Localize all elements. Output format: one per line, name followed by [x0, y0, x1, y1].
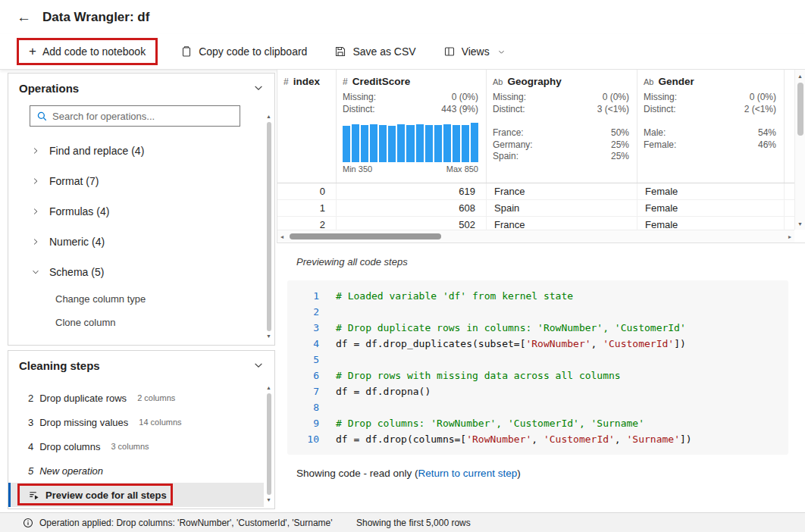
- missing-value: 0 (0%): [452, 92, 478, 104]
- histogram-bar: [443, 124, 451, 162]
- cleaning-step-drop-missing-values[interactable]: 3Drop missing values14 columns: [8, 410, 264, 434]
- operation-group-label: Format (7): [49, 175, 99, 187]
- table-row[interactable]: 0619FranceFemale: [277, 183, 794, 200]
- code-line: 9# Drop columns: 'RowNumber', 'CustomerI…: [287, 415, 788, 431]
- cleaning-step-drop-duplicate-rows[interactable]: 2Drop duplicate rows2 columns: [8, 386, 264, 410]
- line-number: 5: [287, 352, 319, 368]
- cleaning-step-drop-columns[interactable]: 4Drop columns3 columns: [8, 434, 264, 458]
- column-header-gender[interactable]: AbGenderMissing:0 (0%)Distinct:2 (<1%)Ma…: [637, 70, 785, 183]
- grid-horizontal-scrollbar[interactable]: ◂ ▸: [277, 230, 794, 243]
- info-icon: [23, 518, 33, 528]
- line-number: 9: [287, 415, 319, 431]
- cleaning-steps-scrollbar[interactable]: ▲ ▼: [265, 384, 273, 504]
- scroll-up-icon[interactable]: ▲: [266, 384, 271, 392]
- scrollbar-thumb[interactable]: [267, 393, 271, 495]
- histogram-bar: [352, 124, 359, 162]
- cleaning-steps-panel: Cleaning steps 2Drop duplicate rows2 col…: [8, 350, 275, 509]
- cleaning-steps-list: 2Drop duplicate rows2 columns3Drop missi…: [8, 380, 274, 507]
- rows-count-info: Showing the first 5,000 rows: [356, 518, 471, 528]
- category-label: Germany:: [493, 139, 533, 152]
- table-row[interactable]: 1608SpainFemale: [277, 200, 794, 217]
- chevron-right-icon: [31, 177, 40, 186]
- scroll-up-icon[interactable]: ▲: [797, 74, 803, 79]
- missing-value: 0 (0%): [750, 92, 776, 104]
- operation-group-find-and-replace[interactable]: Find and replace (4): [8, 136, 274, 166]
- copy-code-to-clipboard-button[interactable]: Copy code to clipboard: [176, 42, 312, 61]
- step-number: 5: [28, 465, 33, 477]
- step-number: 4: [28, 441, 33, 452]
- data-wrangler-window: ← Data Wrangler: df + Add code to notebo…: [0, 0, 805, 532]
- status-bar: Operation applied: Drop columns: 'RowNum…: [0, 512, 805, 532]
- code-footer: Showing code - read only (Return to curr…: [296, 468, 805, 479]
- save-as-csv-button[interactable]: Save as CSV: [330, 42, 420, 61]
- step-detail: 2 columns: [137, 393, 175, 402]
- scroll-left-icon[interactable]: ◂: [280, 233, 283, 240]
- scrollbar-thumb[interactable]: [290, 233, 441, 239]
- grid-vertical-scrollbar[interactable]: ▲ ▼: [794, 70, 805, 230]
- operation-group-schema[interactable]: Schema (5): [8, 257, 274, 287]
- table-cell: 2: [277, 217, 337, 230]
- distinct-value: 2 (<1%): [744, 104, 776, 116]
- line-content: # Loaded variable 'df' from kernel state: [336, 288, 573, 304]
- operation-group-formulas[interactable]: Formulas (4): [8, 196, 274, 227]
- category-distribution: Male:54%Female:46%: [644, 127, 776, 151]
- column-header-index[interactable]: #index: [277, 70, 337, 183]
- search-input[interactable]: [52, 111, 240, 122]
- save-icon: [334, 45, 346, 58]
- histogram-bar: [361, 125, 368, 162]
- step-label: Preview code for all steps: [45, 490, 167, 501]
- toolbar: + Add code to notebook Copy code to clip…: [0, 34, 805, 70]
- cleaning-step-new-operation[interactable]: 5New operation: [8, 458, 264, 483]
- return-to-current-step-link[interactable]: Return to current step: [418, 468, 518, 479]
- operations-scrollbar[interactable]: ▲ ▼: [265, 113, 273, 340]
- table-cell: France: [487, 183, 637, 199]
- operation-group-numeric[interactable]: Numeric (4): [8, 227, 274, 257]
- category-value: 54%: [758, 127, 776, 139]
- histogram-bar: [370, 124, 377, 162]
- column-header-creditscore[interactable]: #CreditScoreMissing:0 (0%)Distinct:443 (…: [337, 70, 487, 183]
- copy-code-label: Copy code to clipboard: [199, 45, 307, 58]
- histogram-bar: [416, 124, 424, 162]
- operations-search[interactable]: [30, 105, 240, 127]
- line-content: # Drop columns: 'RowNumber', 'CustomerId…: [336, 415, 644, 431]
- scroll-right-icon[interactable]: ▸: [788, 233, 791, 240]
- operation-group-format[interactable]: Format (7): [8, 166, 274, 196]
- category-label: Spain:: [493, 151, 518, 163]
- column-stats: Missing:0 (0%)Distinct:2 (<1%): [644, 92, 776, 115]
- table-cell: 502: [337, 217, 487, 230]
- scroll-down-icon[interactable]: ▼: [797, 221, 803, 227]
- views-button[interactable]: Views: [439, 42, 510, 61]
- add-code-to-notebook-button[interactable]: + Add code to notebook: [17, 38, 158, 65]
- grid-body: 0619FranceFemale1608SpainFemale2502Franc…: [277, 183, 794, 230]
- operation-item-change-column-type[interactable]: Change column type: [8, 287, 274, 311]
- code-line: 6# Drop rows with missing data across al…: [287, 368, 788, 383]
- table-cell: 1: [277, 200, 337, 216]
- save-csv-label: Save as CSV: [352, 45, 415, 58]
- scrollbar-thumb[interactable]: [797, 83, 803, 136]
- code-footer-close: ): [517, 468, 521, 479]
- cleaning-steps-title: Cleaning steps: [19, 359, 100, 372]
- scroll-down-icon[interactable]: ▼: [266, 496, 271, 504]
- operation-item-clone-column[interactable]: Clone column: [8, 311, 274, 334]
- scroll-up-icon[interactable]: ▲: [266, 113, 271, 120]
- table-row[interactable]: 2502FranceFemale: [277, 217, 794, 230]
- code-editor[interactable]: 1# Loaded variable 'df' from kernel stat…: [287, 280, 788, 455]
- titlebar: ← Data Wrangler: df: [0, 0, 805, 34]
- collapse-chevron-icon[interactable]: [253, 83, 264, 93]
- column-header-geography[interactable]: AbGeographyMissing:0 (0%)Distinct:3 (<1%…: [487, 70, 637, 183]
- column-name: Geography: [507, 76, 561, 87]
- code-line: 4df = df.drop_duplicates(subset=['RowNum…: [287, 336, 788, 352]
- missing-label: Missing:: [644, 92, 677, 104]
- chevron-down-icon: [31, 268, 40, 277]
- status-message: Operation applied: Drop columns: 'RowNum…: [39, 518, 333, 528]
- step-label: Drop columns: [39, 441, 100, 452]
- code-footer-text: Showing code - read only (: [296, 468, 418, 479]
- code-preview-panel: Previewing all code steps 1# Loaded vari…: [277, 244, 805, 512]
- collapse-chevron-icon[interactable]: [253, 360, 264, 371]
- scroll-down-icon[interactable]: ▼: [266, 333, 271, 340]
- back-arrow-icon[interactable]: ←: [17, 9, 31, 26]
- code-line: 8: [287, 399, 788, 415]
- scrollbar-thumb[interactable]: [267, 122, 271, 331]
- cleaning-step-preview-code-for-all-steps[interactable]: Preview code for all steps: [8, 483, 264, 507]
- numeric-type-icon: #: [343, 77, 348, 87]
